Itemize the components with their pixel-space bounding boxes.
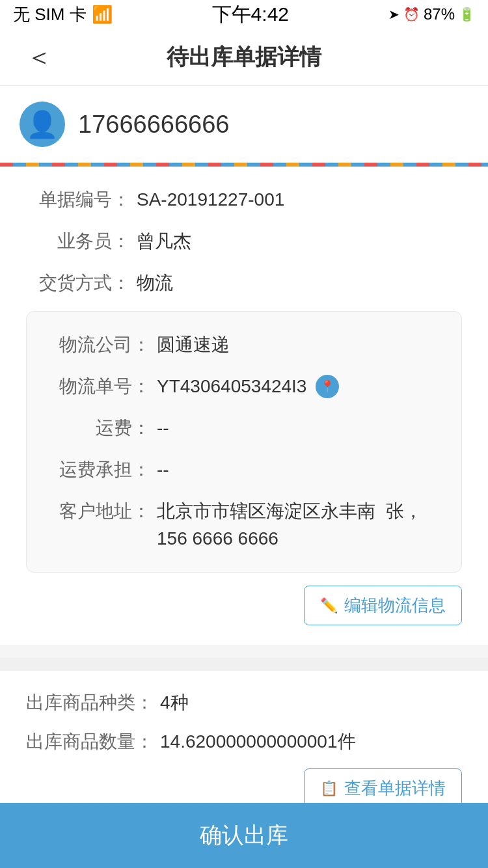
back-button[interactable]: ＜ [20, 33, 59, 81]
freight-row: 运费： -- [46, 414, 442, 442]
edit-btn-row: ✏️ 编辑物流信息 [26, 586, 462, 625]
product-types-row: 出库商品种类： 4种 [26, 690, 462, 715]
user-icon: 👤 [26, 109, 59, 140]
product-types-label: 出库商品种类： [26, 690, 154, 715]
logistics-card: 物流公司： 圆通速递 物流单号： YT43064053424I3 📍 运费： -… [26, 311, 462, 573]
battery-text: 87% [424, 5, 455, 23]
order-no-label: 单据编号： [26, 186, 130, 213]
avatar: 👤 [20, 102, 65, 147]
document-icon: 📋 [320, 780, 338, 797]
location-arrow-icon: ➤ [388, 7, 400, 22]
customer-header: 👤 17666666666 [0, 86, 488, 163]
logistics-company-value: 圆通速递 [157, 331, 442, 359]
edit-icon: ✏️ [320, 597, 338, 614]
logistics-tracking-value: YT43064053424I3 📍 [157, 373, 442, 400]
freight-value: -- [157, 414, 442, 442]
address-label: 客户地址： [46, 498, 150, 525]
wifi-icon: 📶 [92, 5, 113, 25]
status-time: 下午4:42 [212, 1, 289, 28]
logistics-company-row: 物流公司： 圆通速递 [46, 331, 442, 359]
freight-bearer-label: 运费承担： [46, 456, 150, 483]
product-quantity-row: 出库商品数量： 14.620000000000001件 [26, 729, 462, 754]
back-icon: ＜ [26, 42, 52, 71]
delivery-label: 交货方式： [26, 269, 130, 297]
alarm-icon: ⏰ [403, 7, 420, 22]
logistics-company-label: 物流公司： [46, 331, 150, 359]
page-title: 待出库单据详情 [167, 42, 321, 72]
delivery-value: 物流 [137, 269, 462, 297]
confirm-outbound-button[interactable]: 确认出库 [0, 803, 488, 868]
nav-bar: ＜ 待出库单据详情 [0, 29, 488, 86]
product-quantity-label: 出库商品数量： [26, 729, 154, 754]
logistics-tracking-row: 物流单号： YT43064053424I3 📍 [46, 373, 442, 400]
salesman-row: 业务员： 曾凡杰 [26, 228, 462, 255]
customer-phone: 17666666666 [78, 111, 229, 139]
order-info-section: 单据编号： SA-20191227-001 业务员： 曾凡杰 交货方式： 物流 … [0, 167, 488, 645]
view-detail-button[interactable]: 📋 查看单据详情 [304, 768, 462, 808]
battery-icon: 🔋 [459, 7, 475, 22]
status-bar: 无 SIM 卡 📶 下午4:42 ➤ ⏰ 87% 🔋 [0, 0, 488, 29]
order-no-value: SA-20191227-001 [137, 186, 462, 213]
freight-label: 运费： [46, 414, 150, 442]
section-separator-1 [0, 658, 488, 671]
confirm-btn-label: 确认出库 [200, 821, 288, 850]
carrier-text: 无 SIM 卡 [13, 3, 87, 26]
delivery-row: 交货方式： 物流 [26, 269, 462, 297]
status-left: 无 SIM 卡 📶 [13, 3, 113, 26]
logistics-tracking-label: 物流单号： [46, 373, 150, 400]
freight-bearer-row: 运费承担： -- [46, 456, 442, 483]
salesman-label: 业务员： [26, 228, 130, 255]
view-btn-label: 查看单据详情 [344, 777, 446, 800]
salesman-value: 曾凡杰 [137, 228, 462, 255]
view-btn-row: 📋 查看单据详情 [26, 768, 462, 808]
address-row: 客户地址： 北京市市辖区海淀区永丰南 张，156 6666 6666 [46, 498, 442, 552]
order-no-row: 单据编号： SA-20191227-001 [26, 186, 462, 213]
edit-btn-label: 编辑物流信息 [344, 594, 446, 617]
map-location-icon[interactable]: 📍 [316, 375, 339, 398]
product-types-value: 4种 [160, 690, 189, 715]
edit-logistics-button[interactable]: ✏️ 编辑物流信息 [304, 586, 462, 625]
product-quantity-value: 14.620000000000001件 [160, 729, 356, 754]
status-right: ➤ ⏰ 87% 🔋 [388, 5, 475, 23]
address-value: 北京市市辖区海淀区永丰南 张，156 6666 6666 [157, 498, 442, 552]
freight-bearer-value: -- [157, 456, 442, 483]
